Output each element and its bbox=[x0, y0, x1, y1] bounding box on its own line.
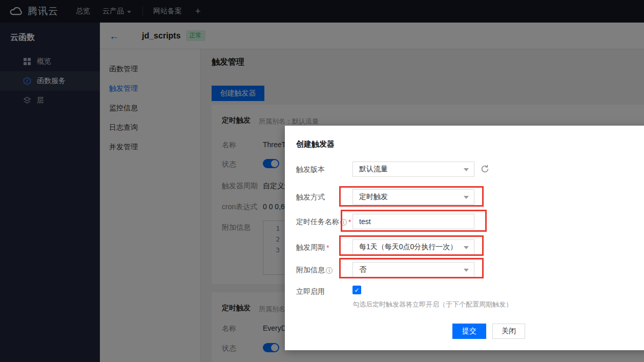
label-trigger-version: 触发版本 bbox=[296, 165, 325, 174]
create-trigger-modal: 创建触发器 触发版本 默认流量 触发方式 定时触发 定时任务名称 i * bbox=[285, 126, 644, 350]
info-icon: i bbox=[340, 219, 347, 226]
extra-info-select[interactable]: 否 bbox=[352, 262, 474, 277]
enable-now-checkbox-checked[interactable]: ✓ bbox=[352, 286, 361, 294]
trigger-cycle-select[interactable]: 每1天（每天0点0分执行一次） bbox=[352, 239, 474, 255]
label-timer-name: 定时任务名称 i * bbox=[296, 217, 351, 227]
chevron-down-icon bbox=[464, 196, 469, 199]
required-asterisk: * bbox=[326, 244, 329, 252]
label-enable-now: 立即启用 bbox=[296, 287, 325, 296]
chevron-down-icon bbox=[464, 168, 469, 171]
required-asterisk: * bbox=[348, 218, 351, 226]
timer-name-input[interactable] bbox=[352, 214, 474, 229]
refresh-icon[interactable] bbox=[481, 165, 489, 175]
chevron-down-icon bbox=[464, 269, 469, 272]
trigger-version-select[interactable]: 默认流量 bbox=[352, 162, 474, 177]
label-trigger-cycle: 触发周期 * bbox=[296, 243, 329, 252]
label-trigger-method: 触发方式 bbox=[296, 193, 325, 202]
chevron-down-icon bbox=[464, 246, 469, 249]
trigger-method-select[interactable]: 定时触发 bbox=[352, 189, 474, 205]
close-button[interactable]: 关闭 bbox=[492, 324, 525, 339]
app-root: 腾讯云 总览 云产品 网站备案 + 云函数 概览 bbox=[0, 0, 644, 362]
label-extra-info: 附加信息 i bbox=[296, 266, 333, 275]
enable-now-help-text: 勾选后定时触发器将立即开启（于下个配置周期触发） bbox=[352, 300, 512, 309]
info-icon: i bbox=[326, 267, 333, 274]
submit-button[interactable]: 提交 bbox=[452, 324, 486, 339]
modal-title: 创建触发器 bbox=[296, 139, 335, 149]
